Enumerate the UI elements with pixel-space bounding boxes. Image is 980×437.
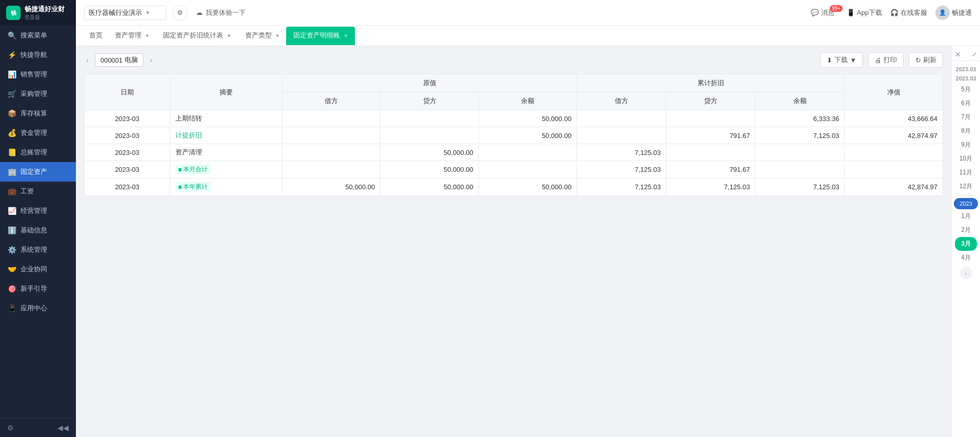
- tl-month-9[interactable]: 9月: [952, 138, 980, 152]
- message-badge: 99+: [830, 5, 843, 12]
- sidebar: 畅 畅捷通好业财 普及版 🔍 搜索菜单 ⚡ 快捷导航 📊 销售管理 🛒 采购管理…: [0, 0, 76, 437]
- topbar: 医疗器械行业演示 ▼ ⚙ ☁ 我要体验一下 💬 消息 99+ 📱 App下载 🎧…: [76, 0, 980, 26]
- th-date: 日期: [85, 74, 170, 110]
- company-name: 医疗器械行业演示: [89, 8, 142, 17]
- tab-asset-detail[interactable]: 固定资产明细账 ×: [286, 27, 354, 45]
- message-icon: 💬: [811, 9, 819, 16]
- sidebar-header: 畅 畅捷通好业财 普及版: [0, 0, 76, 26]
- th-acc-credit: 贷方: [666, 92, 755, 110]
- tl-month-5[interactable]: 5月: [952, 83, 980, 96]
- sidebar-item-quick-nav[interactable]: ⚡ 快捷导航: [0, 45, 76, 65]
- tab-asset-detail-close[interactable]: ×: [344, 32, 347, 38]
- sidebar-collapse-icon[interactable]: ◀◀: [57, 424, 69, 432]
- tl-year-badge-2023[interactable]: 2023: [954, 198, 978, 209]
- app-center-label: 应用中心: [21, 304, 47, 313]
- td-debit-2: [282, 144, 381, 161]
- tl-month-4[interactable]: 4月: [952, 251, 980, 265]
- tl-month-3-active[interactable]: 3月: [955, 237, 977, 251]
- sidebar-item-enterprise[interactable]: 🤝 企业协同: [0, 260, 76, 279]
- topbar-settings-button[interactable]: ⚙: [172, 5, 188, 21]
- quick-nav-icon: ⚡: [7, 50, 16, 59]
- tl-month-6[interactable]: 6月: [952, 96, 980, 110]
- th-accumulated-depreciation: 累计折旧: [577, 74, 845, 92]
- tab-asset-mgmt-close[interactable]: ×: [146, 32, 149, 38]
- right-panel-header: ✕ ⤢: [952, 50, 980, 61]
- right-panel-expand-button[interactable]: ⤢: [972, 51, 977, 58]
- sidebar-item-fixed-assets[interactable]: 🏢 固定资产: [0, 162, 76, 182]
- tab-asset-mgmt-label: 资产管理: [115, 31, 142, 40]
- operations-icon: 📈: [7, 206, 16, 215]
- td-debit-1: [282, 127, 381, 144]
- company-dropdown-icon: ▼: [145, 10, 150, 15]
- sidebar-item-ledger[interactable]: 📒 总账管理: [0, 143, 76, 162]
- sidebar-item-system[interactable]: ⚙️ 系统管理: [0, 240, 76, 260]
- user-profile[interactable]: 👤 畅捷通: [935, 6, 972, 20]
- purchase-icon: 🛒: [7, 89, 16, 98]
- tl-month-7[interactable]: 7月: [952, 110, 980, 124]
- search-menu-label: 搜索菜单: [21, 31, 47, 40]
- download-button[interactable]: ⬇ 下载 ▼: [820, 52, 863, 68]
- tl-month-1[interactable]: 1月: [952, 209, 980, 223]
- company-selector[interactable]: 医疗器械行业演示 ▼: [84, 6, 166, 20]
- td-date-4: 2023-03: [85, 178, 170, 196]
- td-summary-1: 计提折旧: [170, 127, 282, 144]
- sidebar-item-operations[interactable]: 📈 经营管理: [0, 201, 76, 221]
- tl-month-10[interactable]: 10月: [952, 152, 980, 166]
- sidebar-item-purchase[interactable]: 🛒 采购管理: [0, 84, 76, 104]
- asset-prev-button[interactable]: ‹: [84, 55, 91, 65]
- online-service-label: 在线客服: [901, 8, 927, 17]
- asset-next-button[interactable]: ›: [148, 55, 154, 65]
- salary-label: 工资: [21, 187, 34, 196]
- basic-info-label: 基础信息: [21, 226, 47, 235]
- td-summary-3: 本月合计: [170, 161, 282, 178]
- td-acc-credit-2: [666, 144, 755, 161]
- print-label: 打印: [884, 55, 897, 65]
- tl-month-12[interactable]: 12月: [952, 180, 980, 193]
- refresh-label: 刷新: [923, 55, 936, 65]
- td-credit-2: 50,000.00: [381, 144, 479, 161]
- sidebar-item-sales[interactable]: 📊 销售管理: [0, 65, 76, 84]
- sidebar-item-finance[interactable]: 💰 资金管理: [0, 123, 76, 143]
- tl-month-11[interactable]: 11月: [952, 166, 980, 180]
- print-button[interactable]: 🖨 打印: [868, 52, 904, 68]
- sidebar-item-basic-info[interactable]: ℹ️ 基础信息: [0, 221, 76, 240]
- tl-month-8[interactable]: 8月: [952, 124, 980, 138]
- search-icon: 🔍: [7, 31, 16, 40]
- td-acc-debit-4: 7,125.03: [577, 178, 666, 196]
- app-download-button[interactable]: 📱 App下载: [847, 8, 882, 17]
- td-acc-balance-0: 6,333.36: [755, 110, 845, 127]
- tab-asset-type-close[interactable]: ×: [276, 32, 279, 38]
- sidebar-item-guide[interactable]: 🎯 新手引导: [0, 279, 76, 299]
- tab-asset-mgmt[interactable]: 资产管理 ×: [108, 27, 156, 45]
- td-net-value-4: 42,874.97: [845, 178, 943, 196]
- app-center-icon: 📱: [7, 304, 16, 313]
- user-name: 畅捷通: [952, 8, 972, 17]
- td-summary-2: 资产清理: [170, 144, 282, 161]
- tl-month-2[interactable]: 2月: [952, 223, 980, 237]
- th-balance: 余额: [478, 92, 577, 110]
- tl-divider: [956, 195, 976, 196]
- message-button[interactable]: 💬 消息 99+: [807, 8, 838, 17]
- sidebar-item-salary[interactable]: 💼 工资: [0, 182, 76, 201]
- fixed-assets-icon: 🏢: [7, 167, 16, 176]
- tab-asset-type[interactable]: 资产类型 ×: [238, 27, 286, 45]
- inventory-label: 库存核算: [21, 109, 47, 118]
- th-acc-balance: 余额: [755, 92, 845, 110]
- sidebar-item-inventory[interactable]: 📦 库存核算: [0, 104, 76, 123]
- summary-badge-3: 本月合计: [175, 165, 211, 174]
- summary-link-1[interactable]: 计提折旧: [175, 131, 202, 139]
- experience-button[interactable]: ☁ 我要体验一下: [196, 8, 246, 17]
- search-menu-item[interactable]: 🔍 搜索菜单: [0, 26, 76, 45]
- tab-home[interactable]: 首页: [84, 27, 108, 45]
- refresh-button[interactable]: ↻ 刷新: [909, 52, 943, 68]
- online-service-button[interactable]: 🎧 在线客服: [890, 8, 927, 17]
- sidebar-settings-icon[interactable]: ⚙: [7, 424, 14, 432]
- sidebar-item-app-center[interactable]: 📱 应用中心: [0, 299, 76, 318]
- tl-year-2023-top2: 2023.03: [952, 73, 980, 83]
- right-panel-close-button[interactable]: ✕: [955, 50, 961, 58]
- td-balance-4: 50,000.00: [478, 178, 577, 196]
- td-acc-balance-4: 7,125.03: [755, 178, 845, 196]
- tab-depreciation-stat-close[interactable]: ×: [227, 32, 230, 38]
- tl-nav-down-button[interactable]: ↓: [960, 267, 972, 279]
- tab-depreciation-stat[interactable]: 固定资产折旧统计表 ×: [156, 27, 237, 45]
